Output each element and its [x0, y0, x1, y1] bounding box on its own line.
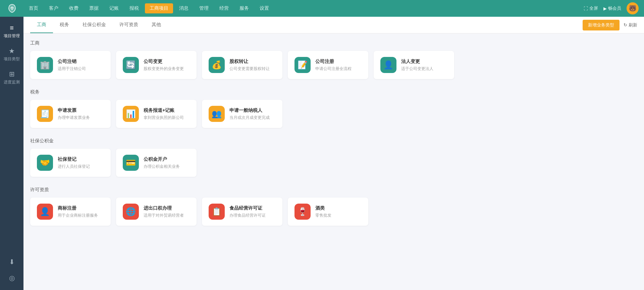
- card-icon-法人变更: 👤: [380, 57, 396, 73]
- card-title-税务报道+记账: 税务报道+记账: [144, 107, 190, 114]
- nav-item-收费[interactable]: 收费: [64, 3, 83, 13]
- card-申请发票[interactable]: 🧾申请发票办理申请发票业务: [30, 100, 111, 128]
- nav-item-设置[interactable]: 设置: [255, 3, 274, 13]
- card-icon-申请发票: 🧾: [37, 106, 53, 122]
- card-icon-公积金开户: 💳: [123, 155, 139, 171]
- card-desc-法人变更: 适于公司变更法人: [401, 66, 447, 72]
- card-title-商标注册: 商标注册: [58, 205, 104, 211]
- card-icon-申请一般纳税人: 👥: [209, 106, 225, 122]
- tab-bar: 工商税务社保公积金许可资质其他 新增业务类型 ↻ 刷新: [23, 17, 644, 33]
- card-title-公司注销: 公司注销: [58, 59, 104, 65]
- card-icon-公司变更: 🔄: [123, 57, 139, 73]
- sidebar-item-project-management[interactable]: ≡ 项目管理: [0, 20, 23, 43]
- card-酒类[interactable]: 🍷酒类零售批发: [288, 198, 368, 226]
- app-logo: [5, 2, 19, 15]
- card-grid-社保公积金: 🤝社保登记进行人员社保登记💳公积金开户办理公积金相关业务: [30, 149, 637, 177]
- nav-item-报税[interactable]: 报税: [125, 3, 144, 13]
- section-title-许可资质: 许可资质: [30, 187, 637, 193]
- card-title-股权转让: 股权转让: [229, 59, 276, 65]
- card-食品经营许可证[interactable]: 📋食品经营许可证办理食品经营许可证: [202, 198, 282, 226]
- location-icon-button[interactable]: ◎: [5, 271, 18, 285]
- card-icon-商标注册: 👤: [37, 204, 53, 220]
- nav-item-服务[interactable]: 服务: [235, 3, 254, 13]
- tab-工商[interactable]: 工商: [30, 17, 53, 33]
- tab-许可资质[interactable]: 许可资质: [113, 17, 145, 33]
- nav-item-票据[interactable]: 票据: [85, 3, 103, 13]
- card-text-商标注册: 商标注册用于企业商标注册服务: [58, 205, 104, 218]
- card-icon-社保登记: 🤝: [37, 155, 53, 171]
- card-text-进出口权办理: 进出口权办理适用于对外贸易经营者: [144, 205, 190, 218]
- nav-item-管理[interactable]: 管理: [195, 3, 213, 13]
- nav-item-记账[interactable]: 记账: [105, 3, 123, 13]
- card-desc-税务报道+记账: 拿到营业执照的新公司: [144, 115, 190, 121]
- progress-icon: ⊞: [9, 70, 15, 78]
- nav-item-经营[interactable]: 经营: [215, 3, 233, 13]
- card-desc-食品经营许可证: 办理食品经营许可证: [229, 213, 276, 218]
- sidebar-item-label-3: 进度监测: [4, 79, 20, 85]
- card-text-食品经营许可证: 食品经营许可证办理食品经营许可证: [229, 205, 276, 218]
- card-股权转让[interactable]: 💰股权转让公司变更需要股权转让: [202, 51, 282, 79]
- sidebar-item-label-1: 项目管理: [4, 33, 20, 39]
- refresh-label: 刷新: [629, 22, 637, 28]
- card-title-申请一般纳税人: 申请一般纳税人: [229, 107, 276, 114]
- sidebar-item-progress[interactable]: ⊞ 进度监测: [0, 66, 23, 89]
- nav-items: 首页客户收费票据记账报税工商项目消息管理经营服务设置: [24, 3, 584, 13]
- nav-item-消息[interactable]: 消息: [174, 3, 193, 13]
- sidebar: ≡ 项目管理 ★ 项目类型 ⊞ 进度监测 ⬇ ◎: [0, 17, 23, 290]
- card-公积金开户[interactable]: 💳公积金开户办理公积金相关业务: [116, 149, 197, 177]
- card-text-酒类: 酒类零售批发: [315, 205, 362, 218]
- card-grid-许可资质: 👤商标注册用于企业商标注册服务🌐进出口权办理适用于对外贸易经营者📋食品经营许可证…: [30, 198, 637, 226]
- tab-bar-right: 新增业务类型 ↻ 刷新: [583, 20, 637, 30]
- card-title-公司变更: 公司变更: [144, 59, 190, 65]
- sidebar-item-label-2: 项目类型: [4, 56, 20, 62]
- content-scroll[interactable]: 工商🏢公司注销适用于注销公司🔄公司变更股权变更外的业务变更💰股权转让公司变更需要…: [23, 33, 644, 290]
- download-icon-button[interactable]: ⬇: [5, 255, 18, 269]
- card-申请一般纳税人[interactable]: 👥申请一般纳税人当月或次月成变更完成: [202, 100, 282, 128]
- card-text-法人变更: 法人变更适于公司变更法人: [401, 59, 447, 72]
- card-text-公司变更: 公司变更股权变更外的业务变更: [144, 59, 190, 72]
- fullscreen-label: 全屏: [589, 5, 598, 11]
- card-icon-公司注册: 📝: [294, 57, 311, 73]
- fullscreen-icon: ⛶: [584, 6, 588, 11]
- tab-其他[interactable]: 其他: [145, 17, 168, 33]
- card-icon-酒类: 🍷: [294, 204, 311, 220]
- sidebar-item-project-type[interactable]: ★ 项目类型: [0, 43, 23, 66]
- card-商标注册[interactable]: 👤商标注册用于企业商标注册服务: [30, 198, 111, 226]
- sidebar-bottom: ⬇ ◎: [0, 255, 23, 290]
- card-title-食品经营许可证: 食品经营许可证: [229, 205, 276, 211]
- tab-税务[interactable]: 税务: [53, 17, 76, 33]
- card-text-公积金开户: 公积金开户办理公积金相关业务: [144, 156, 190, 169]
- card-icon-进出口权办理: 🌐: [123, 204, 139, 220]
- add-business-type-button[interactable]: 新增业务类型: [583, 20, 620, 30]
- card-title-社保登记: 社保登记: [58, 156, 104, 162]
- card-desc-商标注册: 用于企业商标注册服务: [58, 213, 104, 218]
- card-公司注销[interactable]: 🏢公司注销适用于注销公司: [30, 51, 111, 79]
- member-label: 畅会员: [608, 5, 621, 11]
- card-text-股权转让: 股权转让公司变更需要股权转让: [229, 59, 276, 72]
- nav-item-工商项目[interactable]: 工商项目: [145, 3, 173, 13]
- card-desc-公司变更: 股权变更外的业务变更: [144, 66, 190, 72]
- mascot-avatar: 🐻: [627, 2, 639, 14]
- card-desc-公司注册: 申请公司注册全流程: [315, 66, 362, 72]
- nav-item-客户[interactable]: 客户: [44, 3, 63, 13]
- refresh-button[interactable]: ↻ 刷新: [624, 22, 637, 28]
- card-title-公积金开户: 公积金开户: [144, 156, 190, 162]
- tab-bar-left: 工商税务社保公积金许可资质其他: [30, 17, 583, 33]
- section-税务: 税务🧾申请发票办理申请发票业务📊税务报道+记账拿到营业执照的新公司👥申请一般纳税…: [30, 89, 637, 128]
- fullscreen-button[interactable]: ⛶ 全屏: [584, 5, 598, 11]
- card-text-申请一般纳税人: 申请一般纳税人当月或次月成变更完成: [229, 107, 276, 121]
- project-management-icon: ≡: [10, 24, 14, 32]
- card-text-社保登记: 社保登记进行人员社保登记: [58, 156, 104, 169]
- tab-社保公积金[interactable]: 社保公积金: [76, 17, 113, 33]
- card-公司注册[interactable]: 📝公司注册申请公司注册全流程: [288, 51, 368, 79]
- card-desc-申请一般纳税人: 当月或次月成变更完成: [229, 115, 276, 121]
- card-社保登记[interactable]: 🤝社保登记进行人员社保登记: [30, 149, 111, 177]
- card-法人变更[interactable]: 👤法人变更适于公司变更法人: [374, 51, 454, 79]
- card-公司变更[interactable]: 🔄公司变更股权变更外的业务变更: [116, 51, 197, 79]
- card-text-申请发票: 申请发票办理申请发票业务: [58, 107, 104, 121]
- nav-item-首页[interactable]: 首页: [24, 3, 43, 13]
- card-进出口权办理[interactable]: 🌐进出口权办理适用于对外贸易经营者: [116, 198, 197, 226]
- member-button[interactable]: ▶ 畅会员: [603, 5, 621, 11]
- card-icon-公司注销: 🏢: [37, 57, 53, 73]
- card-税务报道+记账[interactable]: 📊税务报道+记账拿到营业执照的新公司: [116, 100, 197, 128]
